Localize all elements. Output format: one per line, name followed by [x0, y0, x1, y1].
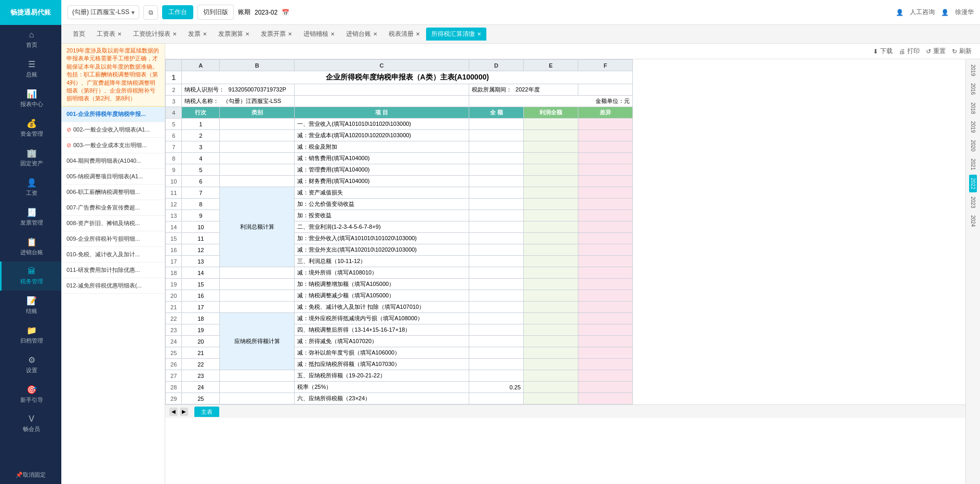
tab-sales-audit-close[interactable]: ✕ [330, 31, 335, 37]
sidebar-item-payroll[interactable]: 👤 工资 [0, 173, 61, 202]
form-item-002[interactable]: ⊘ 002-一般企业收入明细表(A1... [61, 122, 165, 138]
form-item-003[interactable]: ⊘ 003-一般企业成本支出明细... [61, 138, 165, 153]
form-item-001[interactable]: 001-企业所得税年度纳税申报... [61, 107, 165, 122]
form-item-004[interactable]: 004-期间费用明细表(A1040... [61, 153, 165, 169]
year-item-2016[interactable]: 2016 [969, 80, 977, 98]
form-item-006[interactable]: 006-职工薪酬纳税调整明细... [61, 185, 165, 200]
tab-invoice[interactable]: 发票 ✕ [183, 28, 212, 41]
sidebar-item-close[interactable]: 📝 结账 [0, 291, 61, 320]
year-item-2024[interactable]: 2024 [969, 212, 977, 230]
unpin-button[interactable]: 📌 取消固定 [0, 466, 61, 484]
form-item-007[interactable]: 007-广告费和业务宣传费超... [61, 200, 165, 216]
table-row: 5 1 一、营业收入(填写A101010\101020\103000) [166, 119, 633, 130]
tax-icon: 🏛 [28, 267, 36, 276]
refresh-button[interactable]: ↻ 刷新 [952, 47, 972, 56]
right-panel: ⬇ 下载 🖨 打印 ↺ 重置 ↻ 刷新 [165, 44, 980, 484]
year-item-2018[interactable]: 2018 [969, 99, 977, 117]
tab-payroll[interactable]: 工资表 ✕ [91, 28, 127, 41]
workspace-button[interactable]: 工作台 [162, 5, 193, 19]
sheet-tab-main[interactable]: 主表 [194, 407, 219, 417]
sidebar-item-guide[interactable]: 🎯 新手引导 [0, 380, 61, 409]
sidebar-item-member[interactable]: V 畅会员 [0, 409, 61, 438]
pin-icon: 📌 [16, 472, 23, 478]
sidebar-item-archive[interactable]: 📁 归档管理 [0, 320, 61, 350]
reset-button[interactable]: ↺ 重置 [926, 47, 946, 56]
table-row: 6 2 减：营业成本(填写A102010\102020\103000) [166, 130, 633, 141]
invoice-icon: 🧾 [27, 207, 37, 217]
download-button[interactable]: ⬇ 下载 [873, 47, 893, 56]
tab-payroll-stats[interactable]: 工资统计报表 ✕ [128, 28, 182, 41]
tab-invoice-calc[interactable]: 发票测算 ✕ [213, 28, 255, 41]
form-item-008[interactable]: 008-资产折旧、摊销及纳税... [61, 216, 165, 231]
tab-sales-ledger-close[interactable]: ✕ [373, 31, 377, 37]
home-icon: ⌂ [29, 30, 34, 40]
download-icon: ⬇ [873, 48, 878, 55]
sidebar-item-sales-ledger[interactable]: 📋 进销台账 [0, 232, 61, 261]
table-row: 8 4 减：销售费用(填写A104000) [166, 153, 633, 164]
year-item-2019b[interactable]: 2019 [969, 118, 977, 136]
left-panel: 2019年度涉及取以前年度延续数据的申报表单元格需要手工维护正确，才能保证本年及… [61, 44, 165, 484]
sheet-prev-arrow[interactable]: ◀ [169, 408, 178, 416]
tab-invoice-issue-close[interactable]: ✕ [288, 31, 292, 37]
tab-sales-ledger[interactable]: 进销台账 ✕ [341, 28, 382, 41]
tab-home[interactable]: 首页 [68, 28, 90, 41]
table-row: 18 14 减：境外所得（填写A108010） [166, 267, 633, 279]
app-logo: 畅捷通易代账 [0, 0, 61, 25]
switch-old-button[interactable]: 切到旧版 [197, 5, 234, 20]
meta-row-3: 3 纳税人名称： （勾册）江西服宝-LSS 金额单位：元 [166, 96, 633, 107]
tab-invoice-close[interactable]: ✕ [203, 31, 207, 37]
tab-tax-register-close[interactable]: ✕ [416, 31, 420, 37]
sheet-next-arrow[interactable]: ▶ [180, 408, 188, 416]
year-item-2020[interactable]: 2020 [969, 137, 977, 154]
year-item-2019a[interactable]: 2019 [969, 61, 977, 79]
tab-payroll-stats-close[interactable]: ✕ [173, 31, 177, 37]
title-row: 1 企业所得税年度纳税申报表（A类）主表(A100000) [166, 71, 633, 84]
form-item-010[interactable]: 010-免税、减计收入及加计... [61, 247, 165, 263]
tab-income-tax[interactable]: 所得税汇算清缴 ✕ [426, 28, 486, 41]
guide-icon: 🎯 [27, 385, 37, 395]
col-header-d: D [469, 60, 524, 71]
table-row: 28 24 税率（25%） 0.25 [166, 382, 633, 393]
tab-sales-audit[interactable]: 进销稽核 ✕ [298, 28, 340, 41]
error-icon-003: ⊘ [67, 142, 71, 149]
tab-invoice-issue[interactable]: 发票开票 ✕ [256, 28, 297, 41]
year-item-2023[interactable]: 2023 [969, 193, 977, 211]
sidebar-item-ledger[interactable]: ☰ 总账 [0, 54, 61, 84]
period-label: 账期 [238, 8, 250, 17]
header-row: 4 行次 类别 项 目 全 额 利润全额 差异 [166, 107, 633, 119]
tab-payroll-close[interactable]: ✕ [117, 31, 122, 37]
sidebar-item-funds[interactable]: 💰 资金管理 [0, 113, 61, 143]
sidebar-item-tax[interactable]: 🏛 税务管理 [0, 261, 61, 291]
form-item-009[interactable]: 009-企业所得税补亏损明细... [61, 231, 165, 247]
tab-invoice-calc-close[interactable]: ✕ [245, 31, 249, 37]
header-col-a: 行次 [182, 107, 220, 119]
form-item-011[interactable]: 011-研发费用加计扣除优惠... [61, 263, 165, 278]
payroll-icon: 👤 [27, 178, 37, 188]
tab-tax-register[interactable]: 税表清册 ✕ [383, 28, 425, 41]
company-selector[interactable]: (勾册) 江西服宝-LSS ▾ [68, 5, 139, 19]
row-num-3: 3 [166, 96, 182, 107]
reset-icon: ↺ [926, 48, 931, 55]
col-header-num [166, 60, 182, 71]
col-header-c: C [295, 60, 469, 71]
sidebar-item-reports[interactable]: 📊 报表中心 [0, 84, 61, 113]
copy-icon-btn[interactable]: ⧉ [143, 5, 158, 20]
sidebar-item-invoice[interactable]: 🧾 发票管理 [0, 202, 61, 232]
form-item-005[interactable]: 005-纳税调整项目明细表(A1... [61, 169, 165, 185]
form-item-012[interactable]: 012-减免所得税优惠明细表(... [61, 278, 165, 294]
username: 徐漫华 [955, 8, 974, 17]
header-col-f: 差异 [578, 107, 632, 119]
sidebar-item-assets[interactable]: 🏢 固定资产 [0, 143, 61, 173]
spreadsheet-container[interactable]: A B C D E F 1 企业所 [165, 59, 965, 484]
content-area: 2019年度涉及取以前年度延续数据的申报表单元格需要手工维护正确，才能保证本年及… [61, 44, 980, 484]
year-item-2022[interactable]: 2022 [969, 175, 977, 192]
notice-text: 2019年度涉及取以前年度延续数据的申报表单元格需要手工维护正确，才能保证本年及… [67, 47, 159, 101]
service-label[interactable]: 人工咨询 [910, 8, 935, 17]
company-name: (勾册) 江西服宝-LSS [72, 8, 129, 17]
year-item-2021[interactable]: 2021 [969, 155, 977, 173]
sidebar-item-settings[interactable]: ⚙ 设置 [0, 350, 61, 380]
tab-income-tax-close[interactable]: ✕ [477, 31, 481, 37]
period-meta: 税款所属期间： 2022年度 [469, 84, 578, 96]
print-button[interactable]: 🖨 打印 [899, 47, 920, 56]
sidebar-item-home[interactable]: ⌂ 首页 [0, 25, 61, 54]
